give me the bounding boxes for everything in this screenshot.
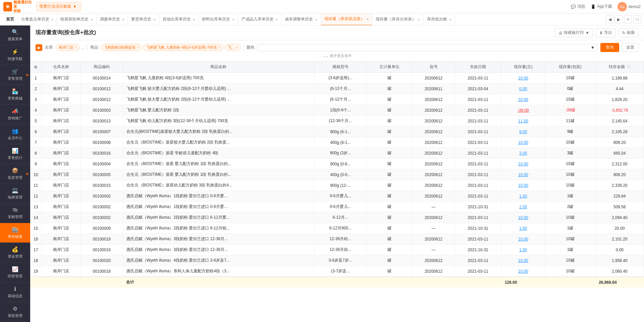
row-qty-main[interactable]: 10.00 xyxy=(501,137,545,148)
sidebar-item-basic[interactable]: ℹ 基础信息 xyxy=(0,282,30,302)
close-icon[interactable]: × xyxy=(232,17,234,21)
message-label: 消息 xyxy=(577,4,585,9)
remove-tag-icon[interactable]: × xyxy=(218,46,220,49)
content-area: 现存量查询(按仓库+批次) 🖨 按模板打印 ▼ ⬇ 导出 ↻ 刷新 xyxy=(30,25,644,322)
row-qty-main[interactable]: 10.00 xyxy=(501,180,545,191)
color-dropdown[interactable]: ▼ xyxy=(257,44,598,51)
search-btn[interactable]: 查询 xyxy=(600,43,619,52)
sidebar-item-marketing[interactable]: 📣 营销推广 xyxy=(0,105,30,124)
setting-btn[interactable]: 设置 xyxy=(622,43,639,52)
sidebar-item-retail-mgmt-label: 零售管理 xyxy=(8,76,22,81)
close-icon[interactable]: × xyxy=(153,17,155,21)
sidebar-item-search[interactable]: 🔍 搜索英单 xyxy=(0,25,30,45)
remove-tag-icon[interactable]: × xyxy=(75,46,77,49)
sidebar-item-operation[interactable]: 📈 经营管理 xyxy=(0,263,30,282)
sidebar-item-wholesale[interactable]: 📦 批发管理 ▶ xyxy=(0,164,30,184)
app-download-btn[interactable]: 📱 App下载 xyxy=(591,4,612,9)
tab-batch-voucher[interactable]: 库存批次账 × xyxy=(424,13,455,25)
close-icon[interactable]: × xyxy=(276,17,278,21)
tab-split-inventory[interactable]: 分量盘点单历史 × xyxy=(18,13,57,25)
sidebar-item-nav[interactable]: ⚡ 快捷导航 xyxy=(0,45,30,65)
sidebar-item-purchase[interactable]: 🛍 采购管理 xyxy=(0,204,30,223)
tab-prev-btn[interactable]: ◀ xyxy=(606,15,614,23)
warehouse-tag-container: 南岸门店 × ... xyxy=(56,44,85,51)
sidebar-item-ecommerce[interactable]: 💻 电商管理 xyxy=(0,184,30,204)
warehouse-more[interactable]: ... xyxy=(81,45,85,50)
tab-demand[interactable]: 要货单历史 × xyxy=(128,13,159,25)
row-qty-main[interactable]: 10.00 xyxy=(501,212,545,223)
col-qty-main: 现存量(主) xyxy=(501,61,545,73)
tab-pick[interactable]: 调拨单历史 × xyxy=(97,13,128,25)
close-icon[interactable]: × xyxy=(418,17,420,21)
close-icon[interactable]: × xyxy=(91,17,93,21)
tab-stock-status[interactable]: 现存量（库存状况表） × xyxy=(321,13,372,25)
close-icon[interactable]: × xyxy=(51,17,53,21)
industry-selector[interactable]: 母婴行业演示账套 ▼ xyxy=(36,2,81,11)
row-qty-main[interactable]: 1.00 xyxy=(501,223,545,234)
tab-product-in[interactable]: 产成品入库单历史 × xyxy=(238,13,281,25)
refresh-btn[interactable]: ↻ 刷新 xyxy=(619,28,639,37)
row-qty-main[interactable]: 10.00 xyxy=(501,266,545,277)
logo: 畅 畅捷通好生意 标版 xyxy=(3,0,34,13)
footer-empty-5 xyxy=(367,277,413,287)
row-qty-main[interactable]: -39.00 xyxy=(501,105,545,116)
tab-close-all-btn[interactable]: × xyxy=(624,15,632,23)
row-warehouse: 南岸门店 xyxy=(42,212,81,223)
sidebar-item-finance[interactable]: 💰 资金管理 xyxy=(0,243,30,263)
row-qty-pkg: 0罐 xyxy=(545,84,595,94)
row-qty-main[interactable]: 10.00 xyxy=(501,255,545,266)
close-icon[interactable]: × xyxy=(315,17,317,21)
tab-cost-adjust[interactable]: 成本调整单历史 × xyxy=(281,13,321,25)
tab-material-out[interactable]: 材料出库单历史 × xyxy=(199,13,238,25)
gear-icon: ⚙ xyxy=(13,306,17,312)
tab-stock-dist[interactable]: 现存量（库存分布表） × xyxy=(372,13,424,25)
message-btn[interactable]: 💬 消息 xyxy=(571,4,585,9)
row-qty-main[interactable]: 9.00 xyxy=(501,126,545,137)
tab-home[interactable]: 首页 xyxy=(3,13,18,25)
col-settings[interactable]: ⚙ xyxy=(30,61,42,73)
tab-other-out[interactable]: 其他出库单历史 × xyxy=(159,13,199,25)
row-qty-main[interactable]: 10.00 xyxy=(501,73,545,84)
row-qty-main[interactable]: 10.00 xyxy=(501,94,545,105)
close-icon[interactable]: × xyxy=(449,17,451,21)
row-qty-main[interactable]: 1.00 xyxy=(501,191,545,202)
close-icon[interactable]: × xyxy=(122,17,124,21)
sidebar-item-member[interactable]: 👥 会员中心 xyxy=(0,124,30,144)
row-qty-main[interactable]: 3.00 xyxy=(501,148,545,159)
row-qty-main[interactable]: 10.00 xyxy=(501,169,545,180)
sidebar-item-inventory[interactable]: 🏬 库存核算 xyxy=(0,223,30,243)
close-icon[interactable]: × xyxy=(193,17,195,21)
sidebar-item-marketing-label: 营销推广 xyxy=(8,116,22,121)
tab-next-btn[interactable]: ▶ xyxy=(614,15,623,23)
tab-disassembly[interactable]: 组装拆卸单历史 × xyxy=(57,13,96,25)
filter-expand-btn[interactable]: ▶ xyxy=(36,44,42,51)
row-amount: 229.84 xyxy=(595,191,644,202)
row-qty-main[interactable]: 11.00 xyxy=(501,116,545,126)
settings-icon[interactable]: ⚙ xyxy=(34,65,38,69)
row-qty-main[interactable]: 10.00 xyxy=(501,234,545,245)
remove-tag-icon[interactable]: × xyxy=(137,46,139,49)
remove-tag-icon[interactable]: × xyxy=(236,46,238,49)
row-qty-main[interactable]: 10.00 xyxy=(501,159,545,169)
row-qty-main[interactable]: 2.00 xyxy=(501,202,545,212)
close-icon[interactable]: × xyxy=(367,17,369,21)
sidebar-item-retail-mgmt[interactable]: 🛒 零售管理 ▶ xyxy=(0,65,30,85)
sidebar-item-retail-mall[interactable]: 🏪 零售商城 xyxy=(0,85,30,105)
export-btn[interactable]: ⬇ 导出 xyxy=(596,28,616,37)
row-expire: 2021-03-11 xyxy=(454,137,501,148)
color-label: 颜色 xyxy=(247,45,255,50)
tab-home-label: 首页 xyxy=(6,16,14,22)
user-avatar-btn[interactable]: Ea demo2 xyxy=(618,2,641,11)
row-qty-main[interactable]: 1.00 xyxy=(501,245,545,255)
product-tag-1: 飞鹤奶粉3段两提装 × xyxy=(101,44,142,51)
tab-expand-btn[interactable]: □ xyxy=(633,15,641,23)
template-print-btn[interactable]: 🖨 按模板打印 ▼ xyxy=(555,28,593,37)
row-unit: 罐 xyxy=(367,159,413,169)
sidebar-item-system[interactable]: ⚙ 系统管理 xyxy=(0,302,30,322)
amount-info-icon[interactable]: ⓘ xyxy=(627,65,631,69)
sidebar-item-retail-stats[interactable]: 📊 零售统计 xyxy=(0,144,30,164)
row-qty-main[interactable]: 0.00 xyxy=(501,84,545,94)
row-no: 12 xyxy=(30,191,42,202)
refresh-label: 刷新 xyxy=(627,30,635,36)
expand-more-btn[interactable]: ⌄⌄ 展开更多条件 xyxy=(36,53,639,58)
